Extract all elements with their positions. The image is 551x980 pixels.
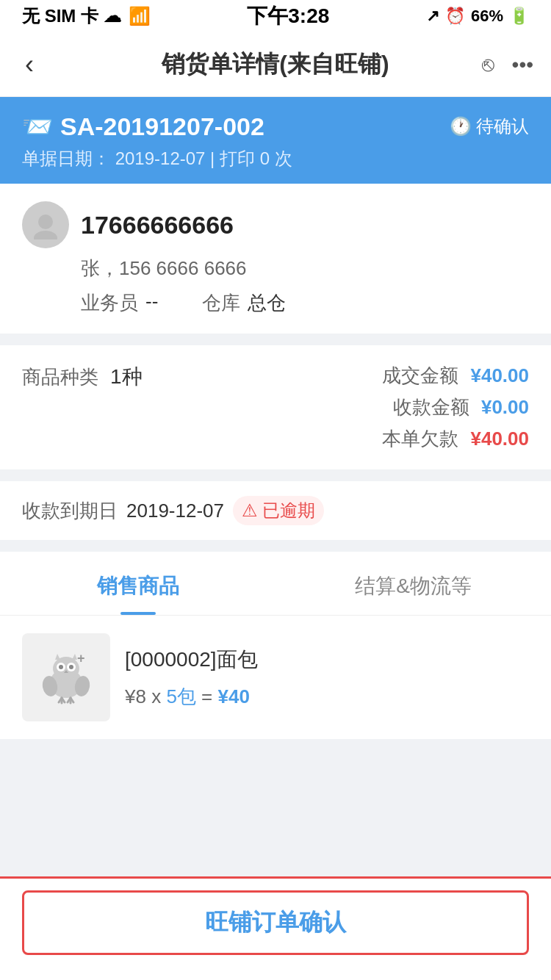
owed-amount-row: 本单欠款 ¥40.00 (382, 426, 529, 452)
date-label: 单据日期： (22, 148, 110, 168)
product-type-summary: 商品种类 1种 (22, 363, 143, 391)
tab-products-label: 销售商品 (97, 574, 179, 597)
order-id: 📨 SA-20191207-002 (22, 112, 264, 141)
status-bar: 无 SIM 卡 ☁ 📶 下午3:28 ↗ ⏰ 66% 🔋 (0, 0, 551, 32)
overdue-badge: ⚠ 已逾期 (233, 496, 324, 525)
product-list: + [0000002]面包 ¥8 x 5包 = ¥40 (0, 616, 551, 739)
summary-grid: 商品种类 1种 成交金额 ¥40.00 收款金额 ¥0.00 本单欠款 ¥40.… (22, 363, 529, 452)
due-date-label: 收款到期日 (22, 498, 118, 524)
nav-bar: ‹ 销货单详情(来自旺铺) ⎋ ••• (0, 32, 551, 97)
tab-settlement[interactable]: 结算&物流等 (276, 552, 551, 615)
overdue-icon: ⚠ (242, 500, 258, 521)
salesperson-value: -- (145, 290, 158, 316)
location-icon: ↗ (426, 7, 439, 26)
page-title: 销货单详情(来自旺铺) (162, 48, 389, 81)
warehouse-value: 总仓 (248, 290, 286, 316)
avatar (22, 201, 69, 248)
product-price: ¥8 x 5包 = ¥40 (125, 684, 529, 710)
warehouse-label: 仓库 (202, 290, 240, 316)
print-info: | 打印 0 次 (210, 148, 292, 168)
alarm-icon: ⏰ (445, 7, 465, 26)
equals-sign: = (196, 685, 218, 707)
customer-phone: 17666666666 (81, 211, 234, 239)
due-date-card: 收款到期日 2019-12-07 ⚠ 已逾期 (0, 481, 551, 540)
back-icon: ‹ (25, 49, 34, 79)
svg-text:+: + (77, 651, 85, 666)
summary-card: 商品种类 1种 成交金额 ¥40.00 收款金额 ¥0.00 本单欠款 ¥40.… (0, 345, 551, 469)
nav-actions: ⎋ ••• (482, 53, 533, 76)
customer-name: 张，156 6666 6666 (81, 256, 529, 281)
product-info: [0000002]面包 ¥8 x 5包 = ¥40 (125, 646, 529, 710)
customer-card: 17666666666 张，156 6666 6666 业务员 -- 仓库 总仓 (0, 184, 551, 334)
back-button[interactable]: ‹ (18, 42, 41, 87)
price-text: ¥8 x (125, 685, 166, 707)
status-time: 下午3:28 (247, 2, 329, 30)
warehouse-meta: 仓库 总仓 (202, 290, 286, 316)
tab-products[interactable]: 销售商品 (0, 552, 276, 615)
product-type-count: 1种 (110, 363, 143, 391)
received-amount-row: 收款金额 ¥0.00 (393, 394, 529, 420)
share-icon[interactable]: ⎋ (482, 53, 494, 76)
order-id-text: SA-20191207-002 (60, 112, 264, 141)
customer-top-row: 17666666666 (22, 201, 529, 248)
sim-label: 无 SIM 卡 ☁ (22, 4, 121, 28)
salesperson-meta: 业务员 -- (81, 290, 158, 316)
product-qty: 5包 (166, 685, 195, 707)
product-name: [0000002]面包 (125, 646, 529, 674)
received-amount-value: ¥0.00 (481, 396, 529, 419)
product-total: ¥40 (217, 685, 249, 707)
order-date: 2019-12-07 (115, 148, 206, 168)
wifi-icon: 📶 (129, 6, 151, 26)
svg-point-0 (38, 215, 53, 229)
confirm-order-button[interactable]: 旺铺订单确认 (22, 890, 529, 955)
battery-label: 66% (471, 7, 503, 26)
amounts-summary: 成交金额 ¥40.00 收款金额 ¥0.00 本单欠款 ¥40.00 (382, 363, 529, 452)
order-date-row: 单据日期： 2019-12-07 | 打印 0 次 (22, 147, 529, 170)
order-status: 🕐 待确认 (450, 115, 529, 138)
svg-point-1 (34, 231, 57, 239)
due-date-value: 2019-12-07 (126, 500, 224, 522)
battery-icon: 🔋 (509, 7, 529, 26)
svg-point-7 (59, 665, 63, 669)
owed-amount-value: ¥40.00 (470, 428, 529, 450)
product-item: + [0000002]面包 ¥8 x 5包 = ¥40 (0, 616, 551, 739)
order-header-card: 📨 SA-20191207-002 🕐 待确认 单据日期： 2019-12-07… (0, 97, 551, 184)
product-thumbnail: + (22, 633, 110, 721)
status-text: 待确认 (476, 115, 529, 138)
more-icon[interactable]: ••• (512, 53, 533, 76)
order-icon: 📨 (22, 112, 53, 141)
status-clock-icon: 🕐 (450, 116, 472, 137)
received-amount-label: 收款金额 (393, 394, 469, 420)
customer-meta: 业务员 -- 仓库 总仓 (81, 290, 529, 316)
confirm-button-wrap: 旺铺订单确认 (0, 876, 551, 980)
svg-point-8 (69, 665, 73, 669)
tabs-bar: 销售商品 结算&物流等 (0, 552, 551, 616)
salesperson-label: 业务员 (81, 290, 138, 316)
confirm-button-label: 旺铺订单确认 (205, 907, 346, 939)
status-right: ↗ ⏰ 66% 🔋 (426, 7, 529, 26)
deal-amount-label: 成交金额 (382, 363, 458, 389)
tab-settlement-label: 结算&物流等 (355, 574, 472, 597)
status-left: 无 SIM 卡 ☁ 📶 (22, 4, 151, 28)
owed-amount-label: 本单欠款 (382, 426, 458, 452)
bottom-space (0, 739, 551, 871)
header-top-row: 📨 SA-20191207-002 🕐 待确认 (22, 112, 529, 141)
deal-amount-row: 成交金额 ¥40.00 (382, 363, 529, 389)
product-type-label: 商品种类 (22, 364, 98, 390)
overdue-text: 已逾期 (262, 499, 315, 522)
deal-amount-value: ¥40.00 (470, 364, 529, 387)
